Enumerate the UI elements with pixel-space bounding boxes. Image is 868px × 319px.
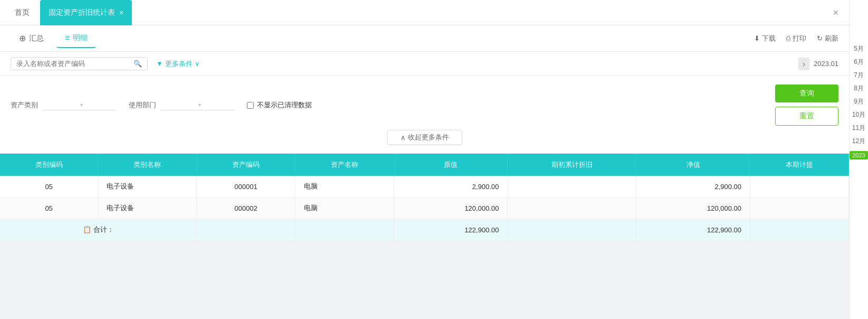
cell-asset-name: 电脑	[295, 176, 394, 198]
table-header-row: 类别编码 类别名称 资产编码 资产名称 原值 期初累计折旧 净值 本期计提	[0, 154, 849, 176]
top-bar: 首页 固定资产折旧统计表 × ×	[0, 0, 849, 25]
asset-category-field: 资产类别 ▾	[11, 100, 116, 110]
data-table-container: 类别编码 类别名称 资产编码 资产名称 原值 期初累计折旧 净值 本期计提 05…	[0, 154, 849, 241]
asset-category-arrow-icon: ▾	[80, 102, 112, 108]
exclude-cleared-checkbox[interactable]	[247, 102, 254, 109]
sidebar-month-item[interactable]: 8月	[850, 82, 867, 95]
col-net-value: 净值	[636, 154, 750, 176]
nav-arrow-button[interactable]: ›	[798, 58, 809, 70]
filter-buttons: 查询 重置	[775, 85, 838, 126]
collapse-button[interactable]: ∧ 收起更多条件	[387, 130, 462, 145]
sidebar-month-item[interactable]: 11月	[850, 121, 867, 135]
search-wrap: 🔍	[11, 57, 148, 70]
download-label: 下载	[762, 34, 776, 43]
sidebar-month-item[interactable]: 9月	[850, 95, 867, 108]
department-label: 使用部门	[129, 100, 156, 110]
cell-original-value: 2,900.00	[394, 176, 508, 198]
collapse-label: 收起更多条件	[408, 133, 449, 142]
exclude-cleared-wrap: 不显示已清理数据	[247, 100, 312, 110]
year-badge: 2023	[850, 151, 868, 160]
cell-accumulated-dep	[508, 176, 636, 198]
cell-net-value: 120,000.00	[636, 198, 750, 219]
search-icon[interactable]: 🔍	[133, 60, 142, 68]
print-icon: ⎙	[786, 34, 790, 42]
tab-detail[interactable]: ≡ 明细	[56, 29, 96, 48]
tab-summary[interactable]: ⊕ 汇总	[11, 29, 52, 48]
total-original-value: 122,900.00	[394, 219, 508, 241]
total-net-value: 122,900.00	[636, 219, 750, 241]
total-current-dep	[750, 219, 849, 241]
cell-current-dep	[750, 176, 849, 198]
refresh-icon: ↻	[817, 34, 823, 42]
window-close-icon[interactable]: ×	[833, 7, 838, 18]
total-label: 📋合计：	[0, 219, 197, 241]
detail-icon: ≡	[65, 33, 70, 43]
date-nav: › 2023.01	[798, 58, 838, 70]
sub-tabs-left: ⊕ 汇总 ≡ 明细	[11, 29, 96, 48]
department-field: 使用部门 ▾	[129, 100, 234, 110]
table-total-row: 📋合计： 122,900.00 122,900.00	[0, 219, 849, 241]
asset-category-label: 资产类别	[11, 100, 38, 110]
table-row: 05 电子设备 000002 电脑 120,000.00 120,000.00	[0, 198, 849, 219]
chevron-down-icon: ∨	[195, 60, 200, 68]
cell-net-value: 2,900.00	[636, 176, 750, 198]
tab-detail-label: 明细	[73, 33, 88, 43]
col-asset-name: 资产名称	[295, 154, 394, 176]
cell-asset-name: 电脑	[295, 198, 394, 219]
cell-category-code: 05	[0, 176, 98, 198]
cell-category-name: 电子设备	[98, 198, 197, 219]
col-accumulated-dep: 期初累计折旧	[508, 154, 636, 176]
cell-category-code: 05	[0, 198, 98, 219]
filter-bar: 🔍 ▼ 更多条件 ∨ › 2023.01	[0, 52, 849, 76]
total-asset-name	[295, 219, 394, 241]
total-accumulated-dep	[508, 219, 636, 241]
main-tab[interactable]: 固定资产折旧统计表 ×	[40, 0, 132, 25]
home-tab[interactable]: 首页	[8, 4, 36, 22]
col-category-name: 类别名称	[98, 154, 197, 176]
collapse-row: ∧ 收起更多条件	[11, 126, 838, 149]
cell-original-value: 120,000.00	[394, 198, 508, 219]
cell-asset-code: 000001	[197, 176, 295, 198]
sidebar-month-item[interactable]: 6月	[850, 55, 867, 69]
col-original-value: 原值	[394, 154, 508, 176]
filter-icon: ▼	[156, 60, 163, 68]
advanced-filter: 资产类别 ▾ 使用部门 ▾ 不显示已清理数据 查询 重置	[0, 76, 849, 154]
query-button[interactable]: 查询	[775, 85, 838, 102]
search-input[interactable]	[16, 60, 131, 68]
tab-close-icon[interactable]: ×	[119, 8, 123, 17]
current-date: 2023.01	[814, 60, 838, 68]
tab-label: 固定资产折旧统计表	[49, 8, 115, 17]
table-row: 05 电子设备 000001 电脑 2,900.00 2,900.00	[0, 176, 849, 198]
sidebar-month-item[interactable]: 12月	[850, 135, 867, 148]
cell-current-dep	[750, 198, 849, 219]
filter-row: 资产类别 ▾ 使用部门 ▾ 不显示已清理数据 查询 重置	[11, 85, 838, 126]
department-select[interactable]: ▾	[160, 100, 234, 110]
more-conditions-button[interactable]: ▼ 更多条件 ∨	[156, 59, 200, 69]
col-current-dep: 本期计提	[750, 154, 849, 176]
download-button[interactable]: ⬇ 下载	[754, 34, 776, 43]
collapse-arrow-icon: ∧	[400, 134, 406, 142]
summary-icon: ⊕	[19, 33, 26, 43]
sidebar-month-item[interactable]: 7月	[850, 69, 867, 82]
col-category-code: 类别编码	[0, 154, 98, 176]
refresh-button[interactable]: ↻ 刷新	[817, 34, 838, 43]
data-table: 类别编码 类别名称 资产编码 资产名称 原值 期初累计折旧 净值 本期计提 05…	[0, 154, 849, 241]
asset-category-select[interactable]: ▾	[42, 100, 116, 110]
more-conditions-label: 更多条件	[165, 59, 193, 69]
reset-button[interactable]: 重置	[775, 107, 838, 126]
cell-asset-code: 000002	[197, 198, 295, 219]
tab-summary-label: 汇总	[29, 34, 44, 43]
download-icon: ⬇	[754, 34, 760, 42]
sub-tabs-bar: ⊕ 汇总 ≡ 明细 ⬇ 下载 ⎙ 打印 ↻ 刷新	[0, 25, 849, 52]
print-label: 打印	[793, 34, 806, 43]
total-asset-code	[197, 219, 295, 241]
exclude-cleared-label: 不显示已清理数据	[257, 100, 312, 110]
sidebar-month-item[interactable]: 5月	[850, 42, 867, 55]
refresh-label: 刷新	[825, 34, 838, 43]
cell-category-name: 电子设备	[98, 176, 197, 198]
sub-tabs-actions: ⬇ 下载 ⎙ 打印 ↻ 刷新	[754, 34, 838, 43]
print-button[interactable]: ⎙ 打印	[786, 34, 806, 43]
col-asset-code: 资产编码	[197, 154, 295, 176]
cell-accumulated-dep	[508, 198, 636, 219]
sidebar-month-item[interactable]: 10月	[850, 108, 867, 121]
